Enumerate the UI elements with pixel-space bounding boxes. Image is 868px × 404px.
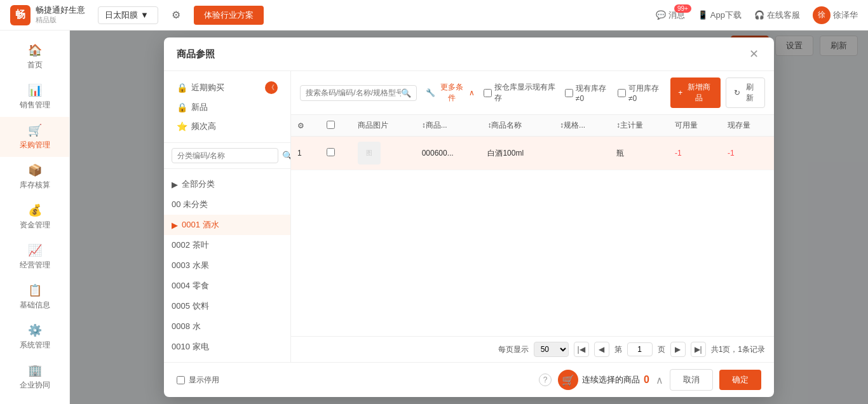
category-0005[interactable]: 0005 饮料: [164, 296, 290, 316]
sidebar-item-enterprise[interactable]: 🏢 企业协同: [0, 357, 69, 397]
page-size-select[interactable]: 50 10 20 100: [534, 342, 569, 357]
category-0003[interactable]: 0003 水果: [164, 255, 290, 276]
modal-close-btn[interactable]: ✕: [746, 46, 761, 62]
row-img: 图: [351, 137, 416, 170]
col-code-header[interactable]: ↕商品...: [416, 115, 482, 137]
page-label: 第: [614, 344, 622, 355]
cart-count: 0: [644, 374, 649, 386]
category-0004-label: 0004 零食: [172, 280, 209, 292]
col-name-sort-icon: ↕: [487, 121, 491, 130]
sidebar-item-inventory[interactable]: 📦 库存核算: [0, 157, 69, 197]
col-name-header[interactable]: ↕商品名称: [481, 115, 553, 137]
trial-btn[interactable]: 体验行业方案: [194, 6, 264, 25]
row-select-checkbox[interactable]: [327, 148, 335, 156]
show-disabled-checkbox[interactable]: [177, 376, 185, 384]
sidebar-item-home[interactable]: 🏠 首页: [0, 37, 69, 77]
refresh-btn-label: 刷新: [743, 82, 757, 104]
sidebar-item-guide[interactable]: 🆕 新手引导: [0, 397, 69, 404]
col-checkbox[interactable]: [320, 115, 351, 137]
product-img: 图: [358, 142, 381, 165]
online-service-btn[interactable]: 🎧 在线客服: [754, 10, 800, 21]
cart-icon[interactable]: 🛒: [558, 370, 578, 390]
top-nav: 畅 畅捷通好生意 精品版 日太阳膜 ▼ ⚙ 体验行业方案 💬 消息 99+ 📱 …: [0, 0, 868, 30]
category-0002[interactable]: 0002 茶叶: [164, 235, 290, 255]
checkbox-usable-label[interactable]: 可用库存≠0: [618, 83, 665, 103]
page-number-input[interactable]: [627, 342, 653, 356]
category-search-input[interactable]: [172, 148, 278, 163]
product-search-icon[interactable]: 🔍: [401, 88, 411, 98]
collapse-left-btn[interactable]: 《: [265, 81, 278, 94]
sidebar-item-sales[interactable]: 📊 销售管理: [0, 77, 69, 117]
col-spec-header[interactable]: ↕规格...: [553, 115, 610, 137]
quick-access: 🔒 近期购买 《 🔒 新品 ⭐ 频次高: [164, 71, 290, 143]
checkbox-available[interactable]: [565, 89, 573, 97]
category-list: ▶ 全部分类 00 未分类 ▶ 0001 酒水 0002 茶: [164, 169, 290, 362]
basic-icon: 📋: [28, 283, 42, 297]
checkbox-available-label[interactable]: 现有库存≠0: [565, 83, 613, 103]
checkbox-usable-text: 可用库存≠0: [628, 83, 665, 103]
modal-left-panel: 🔒 近期购买 《 🔒 新品 ⭐ 频次高: [164, 71, 291, 362]
page-size-label: 每页显示: [498, 344, 529, 355]
app-download-label: App下载: [710, 10, 742, 21]
sidebar-item-system[interactable]: ⚙️ 系统管理: [0, 317, 69, 357]
row-checkbox[interactable]: [320, 137, 351, 170]
col-unit-header[interactable]: ↕主计量: [610, 115, 668, 137]
category-all-arrow-icon: ▶: [172, 180, 178, 189]
last-page-btn[interactable]: ▶|: [691, 342, 706, 357]
category-0001[interactable]: ▶ 0001 酒水: [164, 215, 290, 235]
sidebar-item-purchase[interactable]: 🛒 采购管理: [0, 117, 69, 157]
sidebar-item-basic[interactable]: 📋 基础信息: [0, 277, 69, 317]
add-btn-label: 新增商品: [685, 82, 713, 104]
category-00[interactable]: 00 未分类: [164, 194, 290, 215]
category-0010-label: 0010 家电: [172, 341, 209, 353]
page-label2: 页: [658, 344, 665, 355]
category-0004[interactable]: 0004 零食: [164, 276, 290, 296]
quick-frequent[interactable]: ⭐ 频次高: [172, 117, 283, 136]
show-disabled-label[interactable]: 显示停用: [177, 375, 219, 386]
refresh-icon: ↻: [734, 88, 740, 97]
product-search-input[interactable]: [306, 88, 401, 97]
sidebar-item-finance[interactable]: 💰 资金管理: [0, 197, 69, 237]
confirm-btn[interactable]: 确定: [719, 370, 761, 390]
first-page-btn[interactable]: |◀: [574, 342, 589, 357]
collapse-up-icon[interactable]: ∧: [656, 374, 663, 386]
messages-btn[interactable]: 💬 消息 99+: [656, 10, 685, 21]
operation-icon: 📈: [28, 243, 42, 257]
checkbox-usable[interactable]: [618, 89, 626, 97]
category-0008[interactable]: 0008 水: [164, 316, 290, 337]
row-unit: 瓶: [610, 137, 668, 170]
select-all-checkbox[interactable]: [327, 121, 335, 129]
col-code-sort-icon: ↕: [422, 121, 426, 130]
row-code: 000600...: [416, 137, 482, 170]
store-selector[interactable]: 日太阳膜 ▼: [98, 6, 158, 24]
prev-page-btn[interactable]: ◀: [594, 342, 609, 357]
category-0010[interactable]: 0010 家电: [164, 337, 290, 357]
add-product-btn[interactable]: + 新增商品: [670, 77, 721, 108]
app-download-btn[interactable]: 📱 App下载: [698, 10, 742, 21]
filter-more-btn[interactable]: 🔧 更多条件 ∧: [422, 79, 478, 106]
continuous-select-label: 连续选择的商品: [582, 374, 640, 386]
next-page-btn[interactable]: ▶: [670, 342, 686, 357]
cancel-btn[interactable]: 取消: [670, 369, 713, 391]
category-0005-label: 0005 饮料: [172, 300, 209, 312]
table-row[interactable]: 1 图 000600... 白酒100ml 瓶: [291, 137, 774, 170]
toolbar-right: + 新增商品 ↻ 刷新: [670, 77, 765, 108]
settings-icon[interactable]: ⚙: [166, 5, 186, 25]
sidebar-label-basic: 基础信息: [20, 300, 50, 311]
category-0001-label: 0001 酒水: [182, 219, 219, 231]
checkbox-warehouse[interactable]: [484, 89, 492, 97]
user-profile-btn[interactable]: 徐 徐泽华: [813, 6, 858, 24]
nav-right: 💬 消息 99+ 📱 App下载 🎧 在线客服 徐 徐泽华: [656, 6, 858, 24]
sidebar-item-operation[interactable]: 📈 经营管理: [0, 237, 69, 277]
category-search-icon[interactable]: 🔍: [282, 151, 291, 161]
product-table: ⚙ 商品图片 ↕商品... ↕商品名称: [291, 115, 774, 170]
checkbox-warehouse-label[interactable]: 按仓库显示现有库存: [484, 82, 560, 104]
row-num: 1: [291, 137, 320, 170]
category-all[interactable]: ▶ 全部分类: [164, 174, 290, 194]
quick-recent[interactable]: 🔒 近期购买 《: [172, 77, 283, 98]
refresh-btn[interactable]: ↻ 刷新: [726, 77, 765, 108]
quick-new[interactable]: 🔒 新品: [172, 98, 283, 117]
help-icon[interactable]: ?: [539, 374, 552, 386]
col-settings[interactable]: ⚙: [291, 115, 320, 137]
sidebar-label-finance: 资金管理: [20, 220, 50, 231]
